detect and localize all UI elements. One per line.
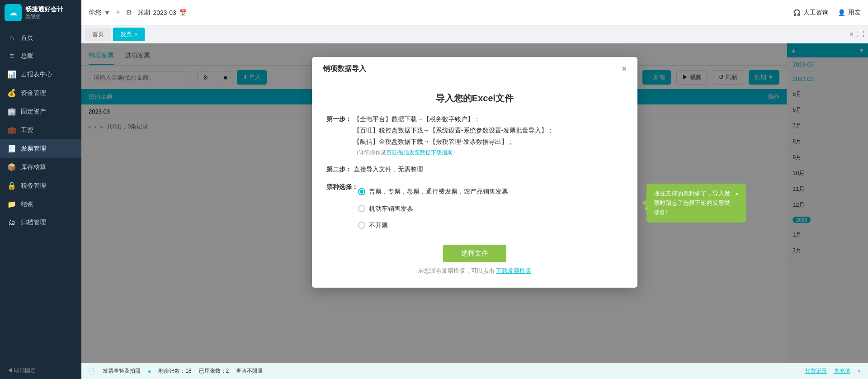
sidebar-item-archive[interactable]: 🗂 归档管理 (0, 213, 81, 232)
modal-body: 导入您的Excel文件 第一步： 【全电平台】数据下载→【税务数字账户】； 【百… (312, 81, 637, 288)
modal-title-bar: 销项数据导入 (323, 64, 366, 74)
radio-noticket-label: 不开票 (369, 220, 388, 231)
status-dot: ● (148, 368, 151, 374)
company-selector[interactable]: 你您 ▼ (89, 9, 110, 17)
sidebar-item-home[interactable]: ⌂ 首页 (0, 29, 81, 47)
sidebar-footer[interactable]: ◀ 取消固定 (0, 362, 81, 379)
step1-label: 第一步： (326, 114, 354, 125)
radio-motor-circle (358, 205, 365, 212)
status-bar-close[interactable]: × (858, 368, 861, 374)
radio-normal[interactable]: 普票，专票，卷票，通行费发票，农产品销售发票 (358, 186, 623, 197)
add-tab-button[interactable]: + (116, 8, 121, 17)
step2-label: 第二步： (326, 164, 354, 175)
consult-label: 人工咨询 (803, 9, 829, 17)
period-label: 账期 (137, 9, 150, 17)
sidebar-item-invoice[interactable]: 🧾 发票管理 (0, 139, 81, 158)
recharge-link[interactable]: 去充值 (834, 367, 850, 375)
tooltip-box: × 现在支持的票种多了，导入发票时别忘了选择正确的发票类型呀! (646, 184, 746, 223)
step1-line2: 【百旺】税控盘数据下载→【系统设置-系统参数设置-发票批量导入】； (354, 125, 623, 136)
settings-icon[interactable]: ⚙ (126, 8, 132, 17)
modal-footer: 若您没有发票模版，可以点击 下载发票模版 (326, 267, 623, 275)
content-area: 销项发票 进项发票 ⚙ ■ ⬆ 导入 凭证 + 新增 ▶ 视频 ↺ (81, 43, 868, 363)
step2-content: 直接导入文件，无需整理 (354, 164, 623, 175)
window-expand-button[interactable]: ⛶ (857, 30, 864, 38)
modal-close-button[interactable]: × (622, 64, 627, 74)
sidebar-item-label: 结账 (21, 200, 33, 208)
consult-button[interactable]: 🎧 人工咨询 (793, 9, 829, 17)
period-value: 2023-03 (153, 9, 176, 16)
period-selector[interactable]: 账期 2023-03 📅 (137, 9, 186, 17)
radio-group: 普票，专票，卷票，通行费发票，农产品销售发票 机动车销售发票 (358, 186, 623, 231)
sidebar-logo: ☁ 畅捷通好会计 旗舰版 (0, 0, 81, 25)
sidebar-item-label: 首页 (21, 34, 33, 42)
sidebar-item-reports[interactable]: 📊 云报表中心 (0, 65, 81, 84)
status-invoice-icon: 📄 (89, 368, 95, 374)
headset-icon: 🎧 (793, 9, 801, 16)
company-name: 你您 (89, 9, 101, 17)
sidebar-nav: ⌂ 首页 ≡ 总账 📊 云报表中心 💰 资金管理 🏢 固定资产 💼 工资 (0, 25, 81, 362)
sidebar-item-close[interactable]: 📁 结账 (0, 195, 81, 213)
radio-group-container: 普票，专票，卷票，通行费发票，农产品销售发票 机动车销售发票 (358, 181, 623, 236)
ticket-row: 票种选择： 普票，专票，卷票，通行费发票，农产品销售发票 (326, 181, 623, 236)
modal-header: 销项数据导入 × (312, 57, 637, 81)
main-area: 你您 ▼ + ⚙ 账期 2023-03 📅 🎧 人工咨询 👤 用友 (81, 0, 868, 379)
sidebar-item-assets[interactable]: 🏢 固定资产 (0, 102, 81, 121)
step1-note: （详细操作见百旺/航信发票数据下载指南） (354, 148, 623, 158)
inventory-icon: 📦 (7, 163, 16, 171)
step1-line3: 【航信】金税盘数据下载→【报税管理-发票数据导出】； (354, 136, 623, 147)
radio-noticket[interactable]: 不开票 (358, 220, 623, 231)
tab-invoice-close[interactable]: × (135, 32, 137, 37)
tab-home-label: 首页 (92, 30, 104, 38)
step1-line1: 【全电平台】数据下载→【税务数字账户】； (354, 114, 623, 125)
logo-sub: 旗舰版 (25, 13, 63, 20)
tooltip-close-button[interactable]: × (735, 189, 739, 199)
radio-motor-label: 机动车销售发票 (369, 203, 413, 214)
sidebar-item-ledger[interactable]: ≡ 总账 (0, 47, 81, 65)
user-menu[interactable]: 👤 用友 (838, 9, 861, 17)
radio-normal-circle (358, 188, 365, 195)
sidebar-item-salary[interactable]: 💼 工资 (0, 121, 81, 139)
status-label1: 发票查验及拍照 (103, 367, 141, 375)
salary-icon: 💼 (7, 126, 16, 134)
import-modal: 销项数据导入 × 导入您的Excel文件 第一步： 【全电平台】数据下载→【税务… (312, 57, 637, 288)
status-remaining: 剩余张数：18 (158, 367, 191, 375)
tab-invoice-label: 发票 (120, 30, 132, 38)
user-label: 用友 (848, 9, 861, 17)
logo-icon: ☁ (5, 4, 22, 21)
sidebar-item-inventory[interactable]: 📦 库存核算 (0, 158, 81, 176)
sidebar-item-label: 税务管理 (21, 182, 46, 190)
tooltip-arrow (642, 199, 646, 207)
deduct-record-link[interactable]: 扣费记录 (805, 367, 827, 375)
sidebar: ☁ 畅捷通好会计 旗舰版 ⌂ 首页 ≡ 总账 📊 云报表中心 💰 资金管理 (0, 0, 81, 379)
window-close-button[interactable]: × (849, 30, 854, 38)
invoice-icon: 🧾 (7, 144, 16, 153)
status-check: 查验不限量 (236, 367, 263, 375)
close-sidebar-icon: 📁 (7, 200, 16, 208)
select-file-button[interactable]: 选择文件 (443, 245, 506, 262)
sidebar-item-label: 云报表中心 (21, 71, 52, 79)
radio-motor[interactable]: 机动车销售发票 (358, 203, 623, 214)
sidebar-item-label: 库存核算 (21, 163, 46, 171)
sidebar-item-tax[interactable]: 🔒 税务管理 (0, 176, 81, 195)
tab-home[interactable]: 首页 (85, 28, 111, 41)
sidebar-item-label: 资金管理 (21, 89, 46, 97)
download-template-link[interactable]: 下载发票模版 (496, 267, 531, 274)
topbar: 你您 ▼ + ⚙ 账期 2023-03 📅 🎧 人工咨询 👤 用友 (81, 0, 868, 25)
sidebar-item-funds[interactable]: 💰 资金管理 (0, 84, 81, 102)
sidebar-item-label: 固定资产 (21, 108, 46, 116)
home-icon: ⌂ (7, 34, 16, 42)
status-bar: 📄 发票查验及拍照 ● 剩余张数：18 已用张数：2 查验不限量 扣费记录 去充… (81, 363, 868, 379)
sidebar-item-label: 发票管理 (21, 145, 46, 153)
radio-normal-label: 普票，专票，卷票，通行费发票，农产品销售发票 (369, 186, 508, 197)
radio-noticket-circle (358, 222, 365, 229)
download-guide-link[interactable]: 百旺/航信发票数据下载指南 (386, 149, 453, 156)
tooltip-text: 现在支持的票种多了，导入发票时别忘了选择正确的发票类型呀! (654, 190, 730, 216)
calendar-icon: 📅 (179, 9, 187, 16)
status-used: 已用张数：2 (199, 367, 229, 375)
radio-normal-dot (360, 190, 363, 194)
funds-icon: 💰 (7, 89, 16, 97)
step1-row: 第一步： 【全电平台】数据下载→【税务数字账户】； 【百旺】税控盘数据下载→【系… (326, 114, 623, 157)
modal-import-title: 导入您的Excel文件 (326, 92, 623, 104)
ticket-label: 票种选择： (326, 181, 358, 193)
tab-invoice[interactable]: 发票 × (113, 28, 145, 41)
